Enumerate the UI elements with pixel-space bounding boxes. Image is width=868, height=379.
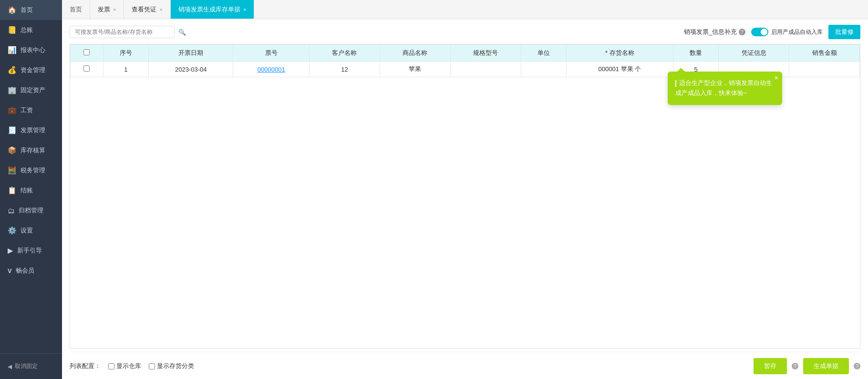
row-inventory-name: 000001 苹果 个 xyxy=(566,62,673,77)
sidebar-item-newcomer[interactable]: ▶ 新手引导 xyxy=(0,241,62,261)
col-product-name: 商品名称 xyxy=(380,45,450,62)
archive-icon: 🗂 xyxy=(8,207,15,215)
row-seq: 1 xyxy=(103,62,148,77)
row-product-name: 苹果 xyxy=(380,62,450,77)
bottom-bar: 列表配置： 显示仓库 显示存货分类 暂存 ? 生成单据 ? xyxy=(70,352,860,379)
sidebar-item-payroll[interactable]: 💼 工资 xyxy=(0,100,62,120)
fund-icon: 💰 xyxy=(8,66,17,74)
tab-home-label: 首页 xyxy=(70,5,82,14)
list-config-label: 列表配置： xyxy=(70,362,101,370)
tooltip-cursor xyxy=(675,80,676,87)
sidebar: 🏠 首页 📒 总账 📊 报表中心 💰 资金管理 🏢 固定资产 💼 工资 🧾 发票… xyxy=(0,0,62,379)
invoice-icon: 🧾 xyxy=(8,126,17,135)
row-ticket-no: 00000001 xyxy=(233,62,310,77)
row-date: 2023-03-04 xyxy=(149,62,233,77)
show-inventory-category-label[interactable]: 显示存货分类 xyxy=(149,362,194,370)
col-seq: 序号 xyxy=(103,45,148,62)
show-warehouse-label[interactable]: 显示仓库 xyxy=(108,362,141,370)
pin-icon: ◀ xyxy=(8,363,12,370)
tab-cancel-invoice-close[interactable]: × xyxy=(243,7,246,12)
auto-warehouse-toggle[interactable] xyxy=(751,28,768,36)
ledger-icon: 📒 xyxy=(8,26,17,34)
col-spec: 规格型号 xyxy=(450,45,521,62)
search-icon[interactable]: 🔍 xyxy=(178,29,186,36)
row-checkbox-cell xyxy=(71,62,103,77)
report-icon: 📊 xyxy=(8,46,17,54)
tab-invoice-label: 发票 xyxy=(98,5,110,14)
sidebar-item-label: 固定资产 xyxy=(21,86,45,95)
vip-icon: V xyxy=(8,267,12,274)
select-all-checkbox[interactable] xyxy=(83,49,90,55)
show-warehouse-text: 显示仓库 xyxy=(116,362,141,370)
newcomer-icon: ▶ xyxy=(8,246,13,255)
sidebar-item-fixed-assets[interactable]: 🏢 固定资产 xyxy=(0,80,62,100)
col-checkbox xyxy=(71,45,103,62)
toggle-knob xyxy=(761,29,767,35)
search-area: 🔍 xyxy=(70,26,186,38)
sidebar-item-label: 工资 xyxy=(21,106,33,115)
sidebar-item-label: 设置 xyxy=(21,226,33,235)
tab-bar: 首页 发票 × 查看凭证 × 销项发票生成库存单据 × xyxy=(62,0,868,19)
tab-home[interactable]: 首页 xyxy=(62,0,90,19)
col-sales-amount: 销售金额 xyxy=(789,45,860,62)
sidebar-item-general-ledger[interactable]: 📒 总账 xyxy=(0,20,62,40)
sidebar-item-home[interactable]: 🏠 首页 xyxy=(0,0,62,20)
sidebar-item-settlement[interactable]: 📋 结账 xyxy=(0,180,62,200)
info-label-text: 销项发票_信息补充 xyxy=(684,28,737,36)
sidebar-item-label: 畅会员 xyxy=(16,266,34,275)
show-inventory-category-text: 显示存货分类 xyxy=(157,362,194,370)
sidebar-item-tax-mgmt[interactable]: 🧮 税务管理 xyxy=(0,160,62,180)
toolbar: 🔍 销项发票_信息补充 ? 启用产成品自动入库 批量修 xyxy=(70,25,860,39)
generate-info-icon[interactable]: ? xyxy=(854,363,860,369)
sidebar-item-label: 总账 xyxy=(21,26,33,34)
row-unit xyxy=(521,62,566,77)
row-spec xyxy=(450,62,521,77)
col-voucher-info: 凭证信息 xyxy=(719,45,789,62)
row-checkbox[interactable] xyxy=(83,65,90,72)
tab-view-voucher-label: 查看凭证 xyxy=(132,5,156,14)
sidebar-item-fund-mgmt[interactable]: 💰 资金管理 xyxy=(0,60,62,80)
table-header-row: 序号 开票日期 票号 客户名称 商品名称 规格型号 单位 * 存货名称 数量 凭… xyxy=(71,45,860,62)
sidebar-item-invoice-mgmt[interactable]: 🧾 发票管理 xyxy=(0,120,62,140)
tab-invoice-close[interactable]: × xyxy=(113,7,116,12)
col-unit: 单位 xyxy=(521,45,566,62)
show-inventory-category-checkbox[interactable] xyxy=(149,363,155,369)
batch-button[interactable]: 批量修 xyxy=(828,25,860,39)
tab-view-voucher[interactable]: 查看凭证 × xyxy=(124,0,170,19)
tooltip-popup: × 适合生产型企业，销项发票自动生成产成品入库，快来体验~ xyxy=(668,72,782,105)
sidebar-item-label: 库存核算 xyxy=(21,146,45,155)
toggle-area: 启用产成品自动入库 xyxy=(751,28,823,36)
sidebar-item-label: 首页 xyxy=(21,6,33,14)
tab-cancel-invoice[interactable]: 销项发票生成库存单据 × xyxy=(171,0,254,19)
sidebar-item-settings[interactable]: ⚙️ 设置 xyxy=(0,221,62,241)
settlement-icon: 📋 xyxy=(8,186,17,195)
save-info-icon[interactable]: ? xyxy=(792,363,798,369)
inventory-icon: 📦 xyxy=(8,146,17,155)
tab-view-voucher-close[interactable]: × xyxy=(159,7,162,12)
home-icon: 🏠 xyxy=(8,6,17,14)
sidebar-item-label: 归档管理 xyxy=(19,206,43,215)
sidebar-item-report-center[interactable]: 📊 报表中心 xyxy=(0,40,62,60)
sidebar-item-label: 新手引导 xyxy=(17,246,42,255)
tooltip-close-button[interactable]: × xyxy=(775,74,778,81)
col-qty: 数量 xyxy=(673,45,718,62)
sidebar-item-label: 结账 xyxy=(21,186,33,195)
sidebar-item-archive-mgmt[interactable]: 🗂 归档管理 xyxy=(0,200,62,221)
ticket-link[interactable]: 00000001 xyxy=(258,66,285,73)
payroll-icon: 💼 xyxy=(8,106,17,115)
col-customer: 客户名称 xyxy=(310,45,380,62)
sidebar-fix-button[interactable]: ◀ 取消固定 xyxy=(0,358,62,375)
tab-invoice[interactable]: 发票 × xyxy=(90,0,124,19)
list-config: 列表配置： 显示仓库 显示存货分类 xyxy=(70,362,194,370)
col-inventory-name: * 存货名称 xyxy=(566,45,673,62)
show-warehouse-checkbox[interactable] xyxy=(108,363,114,369)
sidebar-bottom: ◀ 取消固定 xyxy=(0,353,62,379)
row-sales-amount xyxy=(789,62,860,77)
sidebar-item-vip[interactable]: V 畅会员 xyxy=(0,261,62,281)
generate-button[interactable]: 生成单据 xyxy=(803,358,849,374)
save-button[interactable]: 暂存 xyxy=(754,358,787,374)
search-input[interactable] xyxy=(70,26,175,38)
info-icon[interactable]: ? xyxy=(739,29,745,35)
info-label: 销项发票_信息补充 ? xyxy=(684,28,745,36)
sidebar-item-inventory[interactable]: 📦 库存核算 xyxy=(0,140,62,160)
